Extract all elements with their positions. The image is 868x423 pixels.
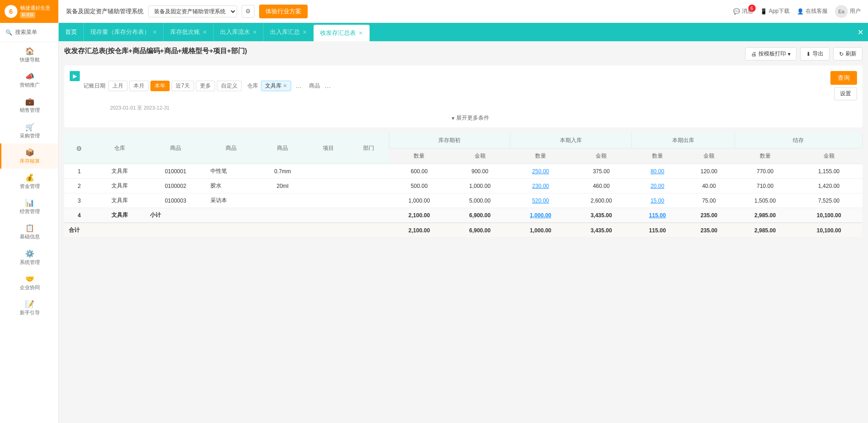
date-options: 上月 本月 本年 近7天 更多 自定义 — [108, 81, 242, 91]
sidebar-item-marketing[interactable]: 📣 营销推广 — [0, 67, 58, 93]
app-download-button[interactable]: 📱 App下载 — [760, 7, 790, 15]
date-btn-this-month[interactable]: 本月 — [129, 81, 149, 91]
export-icon: ⬇ — [806, 51, 811, 57]
tab-receive-summary[interactable]: 收发存汇总表 ✕ — [314, 25, 370, 41]
sidebar-item-guide[interactable]: 📝 新手引导 — [0, 295, 58, 320]
search-menu-button[interactable]: 🔍 搜索菜单 — [4, 27, 55, 38]
sidebar-search-area: 🔍 搜索菜单 — [0, 23, 58, 42]
query-btn[interactable]: 查询 — [830, 71, 857, 85]
tab-batch[interactable]: 库存批次账 ✕ — [164, 23, 214, 41]
marketing-icon: 📣 — [25, 72, 34, 81]
sidebar-item-cooperation[interactable]: 🤝 企业协同 — [0, 270, 58, 295]
service-icon: 👤 — [797, 8, 804, 15]
date-btn-7days[interactable]: 近7天 — [171, 81, 194, 91]
basic-icon: 📋 — [25, 224, 34, 232]
row-warehouse: 文具库 — [94, 193, 145, 208]
user-area[interactable]: Ea 用户 — [835, 5, 861, 18]
page-header: 收发存汇总表(按仓库+商品编码+商品+规格型号+项目+部门) 🖨 按模板打印 ▾… — [64, 47, 862, 61]
subtotal-opening-amt: 6,900.00 — [449, 208, 510, 223]
settings-icon[interactable]: ⚙ — [242, 5, 254, 18]
trial-btn[interactable]: 体验行业方案 — [259, 5, 308, 18]
tab-inout-summary[interactable]: 出入库汇总 ✕ — [264, 23, 314, 41]
message-button[interactable]: 💬 消息 6 — [733, 7, 753, 15]
total-opening-amt: 6,900.00 — [449, 223, 510, 238]
row-opening-qty: 500.00 — [389, 179, 449, 193]
total-opening-qty: 2,100.00 — [389, 223, 449, 238]
inventory-icon: 📦 — [25, 148, 34, 157]
row-in-qty[interactable]: 230.00 — [510, 179, 571, 193]
row-goods-name: 中性笔 — [206, 164, 257, 179]
row-opening-amt: 900.00 — [449, 164, 510, 179]
system-icon: ⚙️ — [25, 249, 34, 258]
date-btn-this-year[interactable]: 本年 — [150, 81, 170, 91]
sidebar-item-finance[interactable]: 💰 资金管理 — [0, 169, 58, 194]
date-btn-custom[interactable]: 自定义 — [217, 81, 242, 91]
total-balance-qty: 2,985.00 — [735, 223, 795, 238]
total-in-qty: 1,000.00 — [510, 223, 571, 238]
sidebar-item-basic[interactable]: 📋 基础信息 — [0, 219, 58, 244]
sidebar-item-purchase[interactable]: 🛒 采购管理 — [0, 118, 58, 143]
logo-text: 畅捷通好生意 标准版 — [20, 5, 50, 18]
tab-inout-flow[interactable]: 出入库流水 ✕ — [214, 23, 264, 41]
col-in-header: 本期入库 — [510, 133, 632, 148]
col-goods-spec-header: 商品 — [257, 133, 308, 164]
date-btn-more[interactable]: 更多 — [196, 81, 215, 91]
row-goods-spec — [257, 193, 308, 208]
filter-settings-btn[interactable]: 设置 — [834, 87, 857, 100]
col-department-header: 部门 — [348, 133, 389, 164]
col-project-header: 项目 — [308, 133, 348, 164]
sidebar-item-quick-nav[interactable]: 🏠 快捷导航 — [0, 42, 58, 67]
row-opening-amt: 5,000.00 — [449, 193, 510, 208]
online-service-button[interactable]: 👤 在线客服 — [797, 7, 828, 15]
sidebar-item-operations[interactable]: 📊 经营管理 — [0, 194, 58, 219]
col-balance-amt-header: 金额 — [796, 148, 862, 164]
sidebar-item-system[interactable]: ⚙️ 系统管理 — [0, 245, 58, 270]
sidebar-item-inventory[interactable]: 📦 库存核算 — [0, 143, 58, 169]
warehouse-tag-close[interactable]: ✕ — [283, 83, 287, 89]
export-btn[interactable]: ⬇ 导出 — [800, 47, 829, 60]
close-all-tabs[interactable]: ✕ — [853, 28, 868, 37]
print-btn[interactable]: 🖨 按模板打印 ▾ — [745, 47, 796, 60]
system-select[interactable]: 装备及固定资产辅助管理系统 — [148, 5, 237, 17]
filter-collapse-btn[interactable]: ▶ — [70, 71, 80, 81]
search-icon: 🔍 — [6, 29, 12, 36]
col-balance-qty-header: 数量 — [735, 148, 795, 164]
tab-close-batch[interactable]: ✕ — [203, 29, 207, 35]
date-filter: 记账日期 上月 本月 本年 近7天 更多 自定义 — [83, 81, 242, 91]
refresh-btn[interactable]: ↻ 刷新 — [833, 47, 862, 60]
row-in-qty[interactable]: 250.00 — [510, 164, 571, 179]
tab-close-inout-summary[interactable]: ✕ — [303, 29, 307, 35]
sidebar-item-sales[interactable]: 💼 销售管理 — [0, 93, 58, 118]
sales-icon: 💼 — [25, 97, 34, 106]
tab-close-receive-summary[interactable]: ✕ — [359, 30, 363, 36]
row-out-qty[interactable]: 80.00 — [631, 164, 683, 179]
row-opening-qty: 600.00 — [389, 164, 449, 179]
filter-expand-btn[interactable]: ▾ 展开更多条件 — [452, 114, 489, 122]
tab-close-inout-flow[interactable]: ✕ — [253, 29, 257, 35]
subtotal-in-qty: 1,000.00 — [510, 208, 571, 223]
row-goods-spec: 0.7mm — [257, 164, 308, 179]
date-btn-last-month[interactable]: 上月 — [108, 81, 127, 91]
col-goods-code-header: 商品 — [145, 133, 206, 164]
goods-label: 商品 — [309, 82, 320, 90]
tab-inventory-dist[interactable]: 现存量（库存分布表） ✕ — [84, 23, 164, 41]
row-balance-amt: 1,420.00 — [796, 179, 862, 193]
row-out-qty[interactable]: 15.00 — [631, 193, 683, 208]
col-out-amt-header: 金额 — [683, 148, 735, 164]
refresh-icon: ↻ — [839, 51, 844, 57]
col-out-header: 本期出库 — [631, 133, 735, 148]
col-opening-amt-header: 金额 — [449, 148, 510, 164]
goods-filter: 商品 ... — [309, 82, 332, 90]
subtotal-out-amt: 235.00 — [683, 208, 735, 223]
tab-close-inventory-dist[interactable]: ✕ — [153, 29, 157, 35]
row-out-qty[interactable]: 20.00 — [631, 179, 683, 193]
row-in-amt: 375.00 — [571, 164, 631, 179]
table-settings-icon[interactable]: ⚙ — [76, 145, 82, 152]
tab-home[interactable]: 首页 — [59, 23, 84, 41]
row-in-qty[interactable]: 520.00 — [510, 193, 571, 208]
subtotal-balance-qty: 2,985.00 — [735, 208, 795, 223]
subtotal-opening-qty: 2,100.00 — [389, 208, 449, 223]
warehouse-more-dots[interactable]: ... — [296, 82, 302, 90]
table-row: 2 文具库 0100002 胶水 20ml 500.00 1,000.00 23… — [64, 179, 862, 193]
goods-more-dots[interactable]: ... — [325, 82, 331, 90]
